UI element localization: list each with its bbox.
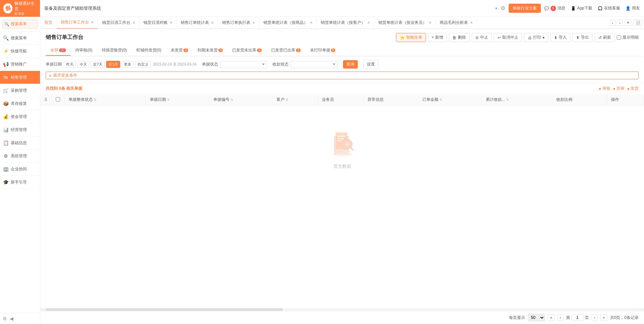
col-checkbox[interactable] [52,94,65,106]
tab-close-all-button[interactable]: ✕ [624,19,632,26]
tab-next-button[interactable]: › [617,20,623,26]
ship-action-button[interactable]: ● 发货 [627,86,639,91]
sort-no-icon[interactable]: ⇅ [230,98,233,102]
user-button[interactable]: 👤 用友 [626,5,640,11]
per-page-select[interactable]: 50 10 20 100 [528,314,545,321]
tab-product-margin[interactable]: 商品毛利分析表 ✕ [436,17,477,29]
sort-date-icon[interactable]: ⇅ [167,98,170,102]
subtab-pending-review[interactable]: 待审核(0) [71,45,97,56]
show-detail-input[interactable] [617,35,621,40]
scrollbar-thumb[interactable] [46,308,283,311]
filter-date-more[interactable]: 更多 [122,61,134,68]
review-action-button[interactable]: ● 审核 [599,86,610,91]
filter-date-7days[interactable]: 近7天 [91,61,105,68]
filter-payment-select[interactable] [291,61,338,68]
import-button[interactable]: ⬇ 导入 [550,33,570,42]
tab-close-sales-exec[interactable]: ✕ [252,21,255,25]
subtab-not-printed[interactable]: 未打印单据0 [305,45,340,56]
last-page-button[interactable]: » [600,314,607,321]
tab-maximize-button[interactable]: ⬜ [633,19,643,26]
sidebar-item-guide[interactable]: 🎓 新手引导 [0,176,40,189]
print-button[interactable]: 🖨 打印 ▾ [524,33,548,42]
sidebar-item-inventory[interactable]: 📦 库存核算 [0,97,40,110]
delete-button[interactable]: 🗑 删除 [449,33,470,42]
tab-sales-workbench[interactable]: 销售订单工作台 ✕ [57,17,98,29]
sidebar-item-operations[interactable]: 📊 经营管理 [0,123,40,136]
smart-gen-button[interactable]: ⭐ 智能生单 [396,33,426,42]
tab-close-summary-customer[interactable]: ✕ [367,21,370,25]
tab-sales-exec[interactable]: 销售订单执行表 ✕ [218,17,259,29]
filter-date-custom[interactable]: 自定义 [135,61,151,68]
tab-close-sales-workbench[interactable]: ✕ [91,21,94,24]
industry-solution-button[interactable]: 体验行业方案 [509,4,541,13]
sort-collected-icon[interactable]: ⇅ [506,98,509,102]
filter-date-1month[interactable]: 近1月 [106,61,120,68]
tab-cash-clear[interactable]: 钱货日清工作台 ✕ [98,17,139,29]
message-button[interactable]: 💬 6 消息 [544,5,565,11]
subtab-all[interactable]: 全部(0) [46,45,71,56]
first-page-button[interactable]: « [548,314,555,321]
refresh-button[interactable]: ↺ 刷新 [595,33,615,42]
scrollbar[interactable] [46,308,639,311]
tab-close-sales-stat[interactable]: ✕ [211,21,214,25]
filter-date-yesterday[interactable]: 昨天 [64,61,76,68]
print-chevron-icon: ▾ [543,35,545,40]
subtab-wangpu-pending[interactable]: 旺铺待发货(0) [132,45,166,56]
export-button[interactable]: ⬆ 导出 [572,33,593,42]
select-all-checkbox[interactable] [56,97,60,102]
tab-sales-summary-product[interactable]: 销货单统计表（按商品） ✕ [259,17,317,29]
sidebar-item-quick_nav[interactable]: ⚡ 快捷导航 [0,45,40,58]
tab-sales-summary-customer[interactable]: 销货单统计表（按客户） ✕ [317,17,374,29]
sidebar-item-sales[interactable]: 🛍 销售管理 [0,71,40,84]
settings-icon[interactable]: ⚙ [3,316,7,321]
sidebar-item-basic_info[interactable]: 📋 基础信息 [0,136,40,150]
sort-status-icon[interactable]: ⇅ [94,98,96,102]
tab-home[interactable]: 首页 [40,17,57,29]
subtab-shipped-not-out[interactable]: 已发货未出库0 [227,45,266,56]
sort-amount-icon[interactable]: ⇅ [439,98,442,102]
prev-page-button[interactable]: ‹ [557,314,563,321]
page-label: 第 [566,315,570,321]
filter-date-today[interactable]: 今天 [77,61,89,68]
topbar-settings-icon[interactable]: ⚙ [501,5,505,11]
tab-close-margin[interactable]: ✕ [470,21,473,25]
online-service-button[interactable]: 🎧 在线客服 [598,5,620,11]
stop-button[interactable]: ⊘ 中止 [472,33,492,42]
search-menu-button[interactable]: 🔍 搜索菜单 [2,19,38,29]
show-detail-checkbox[interactable]: 显示明细 [617,35,639,40]
sidebar-item-search[interactable]: 🔍 搜索菜单 [0,32,40,45]
subtab-shipped-out[interactable]: 已发货已出库0 [266,45,305,56]
new-button[interactable]: + 新增 [428,33,447,42]
tab-close-summary-product[interactable]: ✕ [310,21,312,25]
tab-close-cash-clear[interactable]: ✕ [132,21,135,25]
sidebar-item-marketing[interactable]: 📢 营销推广 [0,58,40,71]
sidebar-item-enterprise[interactable]: 🏢 企业协同 [0,163,40,176]
next-page-button[interactable]: › [592,314,598,321]
app-download-button[interactable]: 📱 App下载 [571,5,592,11]
tab-close-summary-staff[interactable]: ✕ [429,21,431,25]
import-icon: ⬇ [554,35,557,40]
sidebar-item-purchase[interactable]: 🛒 采购管理 [0,84,40,97]
subtab-pending-inspect[interactable]: 待拣货验货(0) [97,45,132,56]
page-input[interactable] [571,314,584,321]
subtab-overdue-not-shipped[interactable]: 到期未发货0 [193,45,228,56]
sidebar-item-system[interactable]: ⚙ 系统管理 [0,150,40,163]
message-badge: 6 [551,6,556,11]
query-button[interactable]: 查询 [343,60,358,69]
filter-expand-button[interactable]: ∨ 展开更多条件 [46,72,639,79]
tab-cash-reconcile[interactable]: 钱货日清对账 ✕ [139,17,177,29]
collapse-icon[interactable]: ◀ [10,316,13,321]
filter-status-select[interactable] [220,61,267,68]
tab-sales-stat[interactable]: 销售订单统计表 ✕ [177,17,218,29]
tab-close-cash-reconcile[interactable]: ✕ [170,21,172,25]
system-chevron-icon[interactable]: ▾ [495,6,497,11]
sidebar-item-finance[interactable]: 💰 资金管理 [0,110,40,123]
expand-icon: ∨ [49,73,52,78]
cancel-stop-button[interactable]: ↩ 取消中止 [494,33,522,42]
subtab-not-shipped[interactable]: 未发货0 [166,45,193,56]
tab-prev-button[interactable]: ‹ [610,20,616,26]
sort-customer-icon[interactable]: ⇅ [286,98,288,102]
cancel-review-action-button[interactable]: ● 弃审 [613,86,625,91]
tab-sales-summary-staff[interactable]: 销货单统计表（按业务员） ✕ [374,17,436,29]
filter-settings-button[interactable]: 设置 [363,60,379,69]
